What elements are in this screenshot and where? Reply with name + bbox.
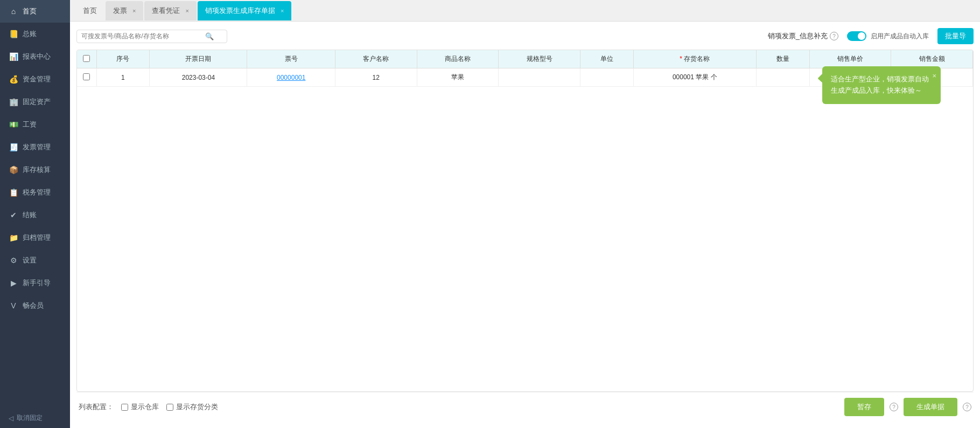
th-ticket-no: 票号 [247,50,335,68]
archive-icon: 📁 [9,233,18,242]
row-ticket-no: 00000001 [247,68,335,87]
main-area: 首页 发票 × 查看凭证 × 销项发票生成库存单据 × 🔍 销项发票_信息补充 … [70,0,980,428]
row-qty [756,68,809,87]
settings-icon: ⚙ [9,256,18,265]
select-all-checkbox[interactable] [83,55,90,62]
th-unit: 单位 [580,50,633,68]
sidebar: ⌂ 首页 📒 总账 📊 报表中心 💰 资金管理 🏢 固定资产 💵 工资 🧾 发票… [0,0,70,428]
tab-view-voucher-close[interactable]: × [185,8,188,14]
info-label: 销项发票_信息补充 ? [768,31,838,41]
show-category-label[interactable]: 显示存货分类 [166,402,218,412]
th-unit-price: 销售单价 [809,50,891,68]
info-icon[interactable]: ? [830,32,838,40]
toggle-label: 启用产成品自动入库 [871,32,929,41]
inventory-icon: 📦 [9,165,18,174]
tab-home[interactable]: 首页 [75,1,104,20]
tax-icon: 📋 [9,188,18,197]
auto-import-toggle[interactable] [847,31,866,41]
search-icon: 🔍 [205,32,214,40]
guide-icon: ▶ [9,279,18,287]
sidebar-item-settings[interactable]: ⚙ 设置 [0,249,70,272]
member-icon: V [9,301,18,310]
sidebar-item-home[interactable]: ⌂ 首页 [0,0,70,23]
tab-invoice-close[interactable]: × [132,8,136,14]
row-customer: 12 [335,68,417,87]
sidebar-item-archive[interactable]: 📁 归档管理 [0,226,70,249]
toolbar-top: 🔍 销项发票_信息补充 ? 启用产成品自动入库 批量导 [76,28,974,44]
sidebar-item-settlement[interactable]: ✔ 结账 [0,204,70,226]
funds-icon: 💰 [9,75,18,84]
invoice-icon: 🧾 [9,143,18,151]
row-checkbox [77,68,96,87]
settlement-icon: ✔ [9,211,18,219]
th-checkbox [77,50,96,68]
pin-icon: ◁ [9,415,13,422]
th-seq: 序号 [96,50,150,68]
tooltip-close-button[interactable]: × [932,71,936,82]
tab-view-voucher[interactable]: 查看凭证 × [144,1,196,20]
row-inventory: 000001 苹果 个 [633,68,756,87]
toggle-area: 启用产成品自动入库 [847,31,929,41]
tab-sales-invoice-close[interactable]: × [281,8,284,14]
th-spec: 规格型号 [499,50,580,68]
th-customer: 客户名称 [335,50,417,68]
row-unit [580,68,633,87]
show-warehouse-label[interactable]: 显示仓库 [121,402,159,412]
sidebar-item-guide[interactable]: ▶ 新手引导 [0,272,70,294]
salary-icon: 💵 [9,120,18,129]
tooltip-text: 适合生产型企业，销项发票自动生成产成品入库，快来体验～ [831,75,929,94]
sidebar-item-ledger[interactable]: 📒 总账 [0,23,70,45]
table-header-row: 序号 开票日期 票号 客户名称 商品名称 规格型号 单位 存货名称 数量 销售单… [77,50,973,68]
reports-icon: 📊 [9,52,18,61]
invoice-table-wrapper: 序号 开票日期 票号 客户名称 商品名称 规格型号 单位 存货名称 数量 销售单… [76,50,974,392]
bottom-bar: 列表配置： 显示仓库 显示存货分类 暂存 ? 生成单据 ? [76,392,974,422]
th-amount: 销售金额 [891,50,973,68]
config-label: 列表配置： [79,402,114,412]
ledger-icon: 📒 [9,30,18,38]
th-date: 开票日期 [150,50,247,68]
sidebar-item-member[interactable]: V 畅会员 [0,294,70,317]
show-warehouse-checkbox[interactable] [121,404,128,411]
cancel-fixed-button[interactable]: ◁ 取消固定 [0,408,70,428]
search-input[interactable] [81,32,205,40]
th-qty: 数量 [756,50,809,68]
bottom-actions: 暂存 ? 生成单据 ? [844,398,971,416]
toolbar-right: 销项发票_信息补充 ? 启用产成品自动入库 批量导 [768,28,974,44]
tab-bar: 首页 发票 × 查看凭证 × 销项发票生成库存单据 × [70,0,980,22]
generate-info-icon[interactable]: ? [963,403,971,411]
row-select-checkbox[interactable] [83,73,90,80]
list-config: 列表配置： 显示仓库 显示存货分类 [79,402,218,412]
content-area: 🔍 销项发票_信息补充 ? 启用产成品自动入库 批量导 [70,22,980,428]
generate-button[interactable]: 生成单据 [904,398,957,416]
tab-sales-invoice[interactable]: 销项发票生成库存单据 × [198,1,291,20]
sidebar-item-reports[interactable]: 📊 报表中心 [0,45,70,68]
row-spec [499,68,580,87]
sidebar-item-fixed-assets[interactable]: 🏢 固定资产 [0,91,70,113]
th-inventory: 存货名称 [633,50,756,68]
sidebar-item-funds[interactable]: 💰 资金管理 [0,68,70,91]
tab-invoice[interactable]: 发票 × [106,1,143,20]
th-product: 商品名称 [417,50,499,68]
sidebar-item-salary[interactable]: 💵 工资 [0,113,70,136]
sidebar-item-invoice-mgmt[interactable]: 🧾 发票管理 [0,136,70,158]
row-product: 苹果 [417,68,499,87]
sidebar-item-inventory[interactable]: 📦 库存核算 [0,158,70,181]
ticket-no-link[interactable]: 00000001 [277,74,305,81]
row-seq: 1 [96,68,150,87]
sidebar-item-tax[interactable]: 📋 税务管理 [0,181,70,204]
show-category-checkbox[interactable] [166,404,173,411]
save-info-icon[interactable]: ? [890,403,898,411]
fixed-assets-icon: 🏢 [9,98,18,106]
search-area[interactable]: 🔍 [76,30,227,43]
row-date: 2023-03-04 [150,68,247,87]
home-icon: ⌂ [9,7,18,16]
tooltip-popup: × 适合生产型企业，销项发票自动生成产成品入库，快来体验～ [822,66,941,104]
save-button[interactable]: 暂存 [844,398,884,416]
batch-import-button[interactable]: 批量导 [937,28,974,44]
